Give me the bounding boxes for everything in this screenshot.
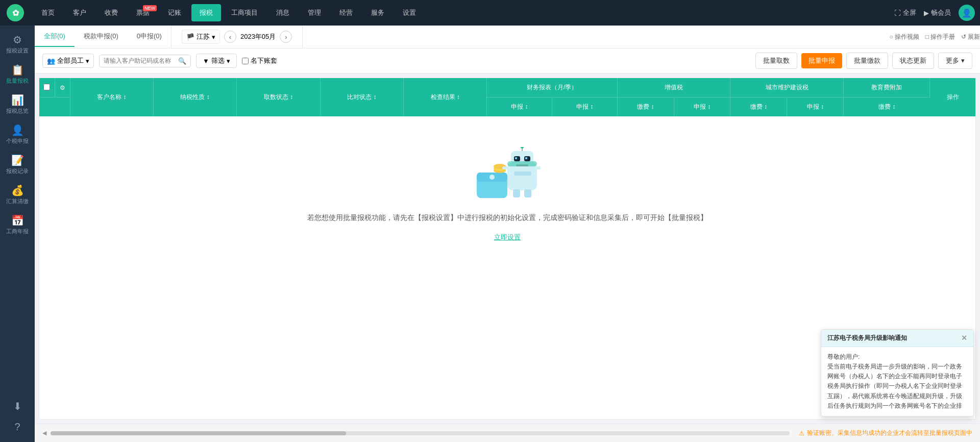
empty-text: 若您想使用批量报税功能，请先在【报税设置】中进行报税的初始化设置，完成密码验证和… [307, 213, 707, 223]
sort-icon[interactable]: ↕ [525, 103, 528, 110]
th-fetch-status: 取数状态 ↕ [237, 78, 320, 116]
sidebar-item-piliangbaoshui[interactable]: 📋 批量报税 [0, 60, 35, 90]
tab-all[interactable]: 全部(0) [35, 27, 75, 47]
sort-icon[interactable]: ↕ [651, 103, 654, 110]
horizontal-scrollbar[interactable] [51, 431, 790, 435]
nav-fee[interactable]: 收费 [96, 4, 126, 21]
th-checkbox [39, 78, 55, 97]
more-btn[interactable]: 更多 ▾ [938, 53, 972, 69]
operation-manual-btn[interactable]: □ 操作手册 [925, 33, 955, 41]
sidebar-item-huisuanjieqing[interactable]: 💰 汇算清缴 [0, 180, 35, 210]
svg-rect-19 [524, 189, 531, 198]
month-display: 2023年05月 [240, 32, 276, 41]
sidebar-item-baoshuizonglan[interactable]: 📊 报税总览 [0, 90, 35, 120]
vip-btn[interactable]: ▶ 畅会员 [924, 8, 951, 17]
employee-icon: 👥 [47, 57, 55, 65]
nav-settings[interactable]: 设置 [395, 4, 424, 21]
status-update-btn[interactable]: 状态更新 [892, 53, 934, 69]
tab-all-count: 0 [59, 32, 63, 40]
nav-message[interactable]: 消息 [268, 4, 298, 21]
user-avatar[interactable]: 👤 [959, 5, 975, 21]
chevron-down-icon: ▾ [212, 33, 215, 41]
sidebar-item-gongshangnianbao[interactable]: 📅 工商年报 [0, 210, 35, 240]
sidebar-item-baoshuijilu[interactable]: 📝 报税记录 [0, 150, 35, 180]
manual-icon: □ [925, 33, 929, 40]
sidebar-label-baoshuijilu: 报税记录 [6, 167, 29, 175]
employee-select[interactable]: 👥 全部员工 ▾ [42, 54, 94, 68]
th-financial-declare: 申报 ↕ [487, 97, 552, 117]
nav-tax[interactable]: 报税 [191, 4, 221, 21]
nav-manage[interactable]: 管理 [300, 4, 329, 21]
overview-icon: 📊 [11, 95, 24, 105]
sort-icon[interactable]: ↕ [457, 93, 460, 101]
region-select[interactable]: 🏴 江苏 ▾ [182, 30, 220, 44]
th-financial-report: 财务报表（月/季） [487, 78, 618, 97]
nav-business[interactable]: 工商项目 [223, 4, 266, 21]
batch-icon: 📋 [11, 65, 24, 75]
nav-operation[interactable]: 经营 [331, 4, 361, 21]
sort-icon[interactable]: ↕ [373, 93, 376, 101]
month-prev-btn[interactable]: ‹ [224, 31, 236, 43]
filter-right: 批量取数 批量申报 批量缴款 状态更新 更多 ▾ [755, 53, 972, 69]
sort-icon[interactable]: ↕ [892, 103, 895, 110]
checkbox-accounts-label: 名下账套 [251, 56, 277, 65]
settings-icon[interactable]: ⚙ [60, 84, 65, 91]
nav-right-actions: ⛶ 全屏 ▶ 畅会员 👤 [894, 5, 975, 21]
download-icon: ⬇ [13, 401, 22, 411]
table-body: 若您想使用批量报税功能，请先在【报税设置】中进行报税的初始化设置，完成密码验证和… [39, 116, 975, 273]
th-placeholder-1 [39, 97, 70, 117]
sort-icon[interactable]: ↕ [123, 93, 126, 101]
new-badge: NEW [143, 5, 157, 11]
bottom-warning: ⚠ 验证账密、采集信息均成功的企业才会流转至批量报税页面中 [799, 429, 972, 437]
sidebar-item-geshuishenbao[interactable]: 👤 个税申报 [0, 120, 35, 150]
batch-declare-btn[interactable]: 批量申报 [801, 53, 842, 68]
sort-icon[interactable]: ↕ [707, 103, 710, 110]
search-icon[interactable]: 🔍 [178, 57, 186, 65]
fullscreen-icon: ⛶ [894, 9, 901, 17]
sidebar-help[interactable]: ? [0, 416, 35, 437]
operation-video-btn[interactable]: ○ 操作视频 [890, 33, 919, 41]
logo[interactable]: ✿ [5, 3, 26, 23]
th-vat-declare: 申报 ↕ [552, 97, 618, 117]
svg-point-2 [489, 175, 495, 180]
svg-rect-16 [502, 166, 508, 169]
nav-home[interactable]: 首页 [33, 4, 63, 21]
nav-service[interactable]: 服务 [363, 4, 393, 21]
nav-customer[interactable]: 客户 [65, 4, 94, 21]
sidebar-item-baoshuishezhi[interactable]: ⚙ 报税设置 [0, 30, 35, 60]
tabs-left: 全部(0) 税款申报(0) 0申报(0) [35, 27, 171, 47]
sort-icon[interactable]: ↕ [764, 103, 767, 110]
sort-icon[interactable]: ↕ [290, 93, 293, 101]
th-edu-declare: 申报 ↕ [787, 97, 844, 117]
notification-close-btn[interactable]: ✕ [961, 334, 967, 342]
robot-svg [474, 147, 541, 203]
refresh-btn[interactable]: ↺ 展新 [961, 33, 980, 41]
logo-icon: ✿ [7, 4, 24, 21]
checkbox-accounts[interactable]: 名下账套 [242, 56, 277, 65]
batch-fetch-btn[interactable]: 批量取数 [755, 53, 797, 69]
tab-zero-declare[interactable]: 0申报(0) [128, 27, 171, 47]
nav-ticket[interactable]: 票据NEW [128, 4, 158, 21]
checkbox-accounts-input[interactable] [242, 58, 249, 64]
filter-btn[interactable]: ▼ 筛选 ▾ [196, 54, 237, 68]
select-all-checkbox[interactable] [43, 84, 50, 90]
tab-tax-declare[interactable]: 税款申报(0) [75, 27, 128, 47]
batch-pay-btn[interactable]: 批量缴款 [846, 53, 888, 69]
setup-link[interactable]: 立即设置 [494, 233, 521, 242]
empty-state: 若您想使用批量报税功能，请先在【报税设置】中进行报税的初始化设置，完成密码验证和… [39, 116, 975, 273]
search-input[interactable] [104, 57, 178, 64]
th-edu-pay: 缴费 ↕ [844, 97, 930, 117]
th-vat-pay: 缴费 ↕ [618, 97, 674, 117]
sort-icon[interactable]: ↕ [590, 103, 593, 110]
svg-rect-13 [525, 157, 527, 159]
sort-icon[interactable]: ↕ [821, 103, 824, 110]
nav-bookkeeping[interactable]: 记账 [160, 4, 189, 21]
sidebar-label-gongshangnianbao: 工商年报 [6, 228, 29, 235]
sidebar-download[interactable]: ⬇ [0, 396, 35, 416]
th-city-declare: 申报 ↕ [674, 97, 730, 117]
scroll-left-btn[interactable]: ◀ [42, 430, 46, 436]
sort-icon[interactable]: ↕ [207, 93, 210, 101]
fullscreen-btn[interactable]: ⛶ 全屏 [894, 8, 916, 17]
month-next-btn[interactable]: › [280, 31, 292, 43]
annual-report-icon: 📅 [11, 215, 24, 226]
